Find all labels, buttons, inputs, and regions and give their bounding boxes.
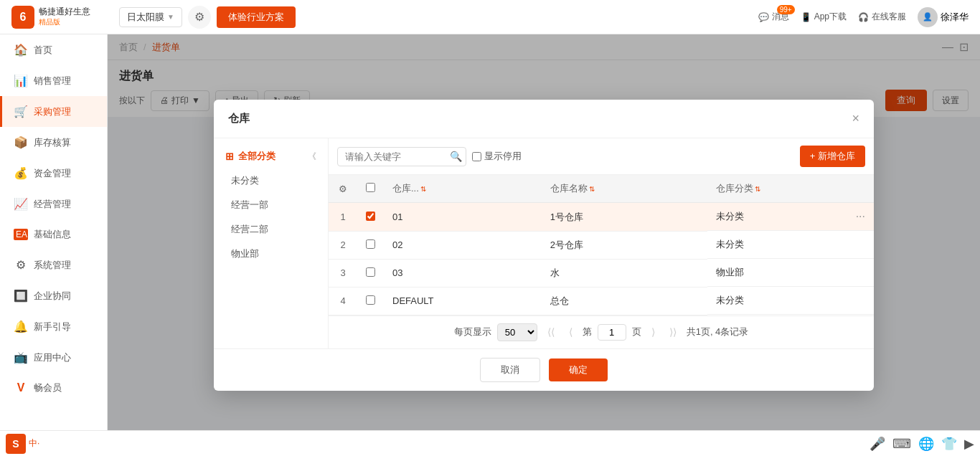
row-checkbox[interactable] xyxy=(366,267,375,277)
th-category: 仓库分类⇅ xyxy=(707,175,874,203)
system-icon: ⚙ xyxy=(14,258,28,272)
top-header: 6 畅捷通好生意 精品版 日太阳膜 ▼ ⚙ 体验行业方案 💬 消息 99+ 📱 … xyxy=(0,0,980,34)
table-row[interactable]: 3 03 水 物业部 xyxy=(329,259,874,287)
enterprise-icon: 🔲 xyxy=(14,289,28,303)
per-page-select[interactable]: 10 20 50 100 xyxy=(497,323,537,341)
row-name: 2号仓库 xyxy=(542,231,708,259)
modal-close-btn[interactable]: × xyxy=(852,111,859,126)
row-num: 4 xyxy=(329,287,357,315)
table-row[interactable]: 4 DEFAULT 总仓 未分类 xyxy=(329,287,874,315)
last-page-btn[interactable]: ⟩⟩ xyxy=(665,325,681,339)
logo-text-block: 畅捷通好生意 精品版 xyxy=(39,6,90,28)
sidebar-item-basic-info[interactable]: EA 基础信息 xyxy=(0,219,107,250)
show-disabled-label[interactable]: 显示停用 xyxy=(472,150,522,163)
all-categories-header[interactable]: ⊞ 全部分类 《 xyxy=(214,144,328,168)
select-all-checkbox[interactable] xyxy=(366,183,375,192)
footer-bar: S 中· 🎤 ⌨ 🌐 👕 ▶ xyxy=(0,430,980,456)
sidebar-label-enterprise: 企业协同 xyxy=(34,290,71,303)
row-name: 水 xyxy=(542,259,708,287)
sidebar-label-inventory: 库存核算 xyxy=(34,136,71,149)
warehouse-tbody: 1 01 1号仓库 未分类 ··· 2 02 2号仓库 未分类 3 03 水 物… xyxy=(329,203,874,315)
category-sidebar: ⊞ 全部分类 《 未分类 经营一部 经营二部 物业部 xyxy=(214,138,329,348)
prev-page-btn[interactable]: ⟨ xyxy=(565,325,577,339)
page-label: 第 xyxy=(583,326,592,338)
row-checkbox[interactable] xyxy=(366,212,375,221)
pagination: 每页显示 10 20 50 100 ⟨⟨ ⟨ 第 页 xyxy=(329,315,874,348)
row-category: 未分类 xyxy=(707,287,874,315)
collapse-btn[interactable]: 《 xyxy=(308,151,316,163)
row-checkbox-cell xyxy=(357,231,384,259)
globe-icon[interactable]: 🌐 xyxy=(918,436,934,452)
search-input[interactable] xyxy=(337,147,466,166)
gear-button[interactable]: ⚙ xyxy=(188,6,211,29)
sidebar-item-apps[interactable]: 📺 应用中心 xyxy=(0,342,107,373)
show-disabled-checkbox[interactable] xyxy=(472,152,481,161)
store-name: 日太阳膜 xyxy=(127,11,164,24)
skin-icon[interactable]: 👕 xyxy=(941,436,957,452)
sort-icon-code: ⇅ xyxy=(420,185,426,193)
cat-item-dept2[interactable]: 经营二部 xyxy=(214,217,328,242)
modal-header: 仓库 × xyxy=(214,100,874,138)
modal-footer: 取消 确定 xyxy=(214,348,874,391)
sidebar-item-system[interactable]: ⚙ 系统管理 xyxy=(0,250,107,280)
sidebar-item-home[interactable]: 🏠 首页 xyxy=(0,34,107,65)
sidebar-item-enterprise[interactable]: 🔲 企业协同 xyxy=(0,280,107,311)
sidebar-item-operations[interactable]: 📈 经营管理 xyxy=(0,189,107,219)
industry-btn[interactable]: 体验行业方案 xyxy=(217,6,296,28)
cat-item-unclassified[interactable]: 未分类 xyxy=(214,168,328,193)
table-row[interactable]: 2 02 2号仓库 未分类 xyxy=(329,231,874,259)
logo-area: 6 畅捷通好生意 精品版 xyxy=(11,6,119,29)
sidebar-item-sales[interactable]: 📊 销售管理 xyxy=(0,65,107,96)
online-service-action[interactable]: 🎧 在线客服 xyxy=(858,11,906,23)
row-more-btn[interactable]: ··· xyxy=(856,210,865,223)
guide-icon: 🔔 xyxy=(14,320,28,333)
search-wrap: 🔍 xyxy=(337,147,466,166)
operations-icon: 📈 xyxy=(14,197,28,211)
modal-body: ⊞ 全部分类 《 未分类 经营一部 经营二部 物业部 xyxy=(214,138,874,348)
app-download-action[interactable]: 📱 App下载 xyxy=(801,11,847,23)
search-icon-btn[interactable]: 🔍 xyxy=(450,151,462,162)
row-checkbox-cell xyxy=(357,203,384,232)
row-code: 02 xyxy=(384,231,542,259)
next-page-btn[interactable]: ⟩ xyxy=(647,325,659,339)
row-checkbox[interactable] xyxy=(366,239,375,249)
sidebar-item-finance[interactable]: 💰 资金管理 xyxy=(0,158,107,189)
home-icon: 🏠 xyxy=(14,43,28,57)
th-code: 仓库...⇅ xyxy=(384,175,542,203)
data-table: ⚙ 仓库...⇅ 仓库名称⇅ xyxy=(329,175,874,315)
user-avatar-btn[interactable]: 👤 徐泽华 xyxy=(918,7,969,27)
cat-item-dept1[interactable]: 经营一部 xyxy=(214,193,328,217)
row-checkbox[interactable] xyxy=(366,295,375,305)
sort-icon-category: ⇅ xyxy=(755,185,760,193)
add-warehouse-btn[interactable]: + 新增仓库 xyxy=(800,146,865,167)
table-row[interactable]: 1 01 1号仓库 未分类 ··· xyxy=(329,203,874,232)
row-checkbox-cell xyxy=(357,259,384,287)
row-checkbox-cell xyxy=(357,287,384,315)
play-icon[interactable]: ▶ xyxy=(964,436,974,452)
mic-icon[interactable]: 🎤 xyxy=(870,436,885,452)
sidebar-item-purchase[interactable]: 🛒 采购管理 xyxy=(0,96,107,127)
app-name: 畅捷通好生意 xyxy=(39,6,90,18)
notification-action[interactable]: 💬 消息 99+ xyxy=(758,11,789,23)
table-header-row: ⚙ 仓库...⇅ 仓库名称⇅ xyxy=(329,175,874,203)
sidebar-label-purchase: 采购管理 xyxy=(34,105,71,118)
chevron-down-icon: ▼ xyxy=(167,13,174,21)
main-layout: 🏠 首页 📊 销售管理 🛒 采购管理 📦 库存核算 💰 资金管理 📈 经营管理 … xyxy=(0,34,980,456)
first-page-btn[interactable]: ⟨⟨ xyxy=(543,325,559,339)
sidebar-label-apps: 应用中心 xyxy=(34,351,71,364)
sidebar-item-membership[interactable]: V 畅会员 xyxy=(0,373,107,403)
sidebar-item-guide[interactable]: 🔔 新手引导 xyxy=(0,311,107,342)
cat-item-property[interactable]: 物业部 xyxy=(214,242,328,266)
confirm-btn[interactable]: 确定 xyxy=(549,358,608,381)
sidebar-item-inventory[interactable]: 📦 库存核算 xyxy=(0,127,107,158)
warehouse-modal: 仓库 × ⊞ 全部分类 《 未分类 经营一部 经营二部 xyxy=(214,100,874,391)
page-input[interactable] xyxy=(598,324,626,341)
cancel-btn[interactable]: 取消 xyxy=(480,358,540,382)
footer-logo: S 中· xyxy=(6,434,39,454)
th-settings: ⚙ xyxy=(329,175,357,203)
keyboard-icon[interactable]: ⌨ xyxy=(892,436,911,452)
sales-icon: 📊 xyxy=(14,74,28,87)
store-selector[interactable]: 日太阳膜 ▼ xyxy=(119,7,182,27)
inventory-icon: 📦 xyxy=(14,136,28,149)
sidebar-label-guide: 新手引导 xyxy=(34,320,71,333)
